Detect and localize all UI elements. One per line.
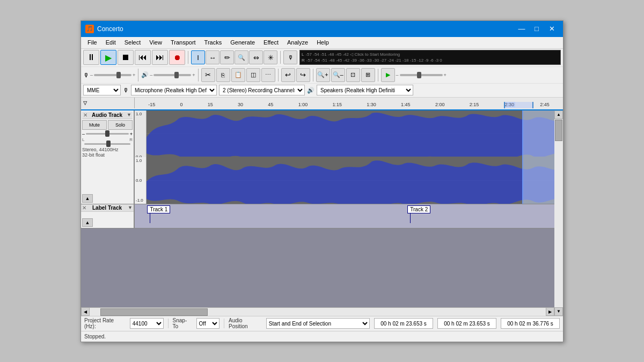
menu-tracks[interactable]: Tracks [200, 38, 226, 47]
audio-track-waveform[interactable]: 1.0 0.0 -1.0 [135, 110, 554, 204]
h-scroll-track[interactable] [90, 308, 546, 316]
position-field-3[interactable] [501, 318, 560, 329]
position-field-1[interactable] [374, 318, 433, 329]
input-device-select[interactable]: Microphone (Realtek High Defini [131, 85, 217, 95]
cut-button[interactable]: ✂ [201, 68, 215, 82]
speaker-icon: 🔊 [141, 71, 149, 78]
menu-select[interactable]: Select [120, 38, 145, 47]
menu-edit[interactable]: Edit [101, 38, 120, 47]
level-meter-row1: L -57 -54 -51 -48 -45 -42 ◁ Click to Sta… [302, 52, 559, 57]
level-ch-r: R [302, 58, 305, 63]
selection-tool-button[interactable]: I [191, 50, 205, 64]
skip-end-button[interactable]: ⏭ [152, 50, 168, 65]
maximize-button[interactable]: □ [530, 24, 544, 34]
v-scroll-track[interactable] [554, 119, 563, 307]
position-field-2[interactable] [437, 318, 496, 329]
audio-track-collapse-button[interactable]: ▲ [82, 194, 93, 203]
pan-slider[interactable] [84, 143, 130, 145]
silence-button[interactable]: ⋯ [261, 68, 275, 82]
timeline-ruler[interactable]: ▽ -15 0 15 30 45 1:00 1:15 1:30 1:45 2:0… [81, 98, 563, 110]
menu-effect[interactable]: Effect [259, 38, 283, 47]
pan-thumb[interactable] [106, 141, 111, 147]
bit-depth-info: 32-bit float [82, 152, 133, 158]
record-button[interactable]: ⏺ [169, 50, 185, 65]
ruler-mark-145: 1:45 [401, 102, 411, 107]
tool-buttons: I ↔ ✏ 🔍 ⇔ ✳ [191, 50, 277, 64]
zoom-sel-button[interactable]: ⊞ [361, 68, 375, 82]
stop-button[interactable]: ⏹ [118, 50, 134, 65]
audio-track-dropdown[interactable]: ▼ [127, 112, 131, 117]
host-select[interactable]: MME [83, 85, 121, 95]
multi-tool-button[interactable]: ✳ [264, 50, 277, 64]
snap-to-select[interactable]: Off [196, 318, 220, 329]
ruler-mark-200: 2:00 [435, 102, 445, 107]
tracks-area: ✕ Audio Track ▼ Mute Solo – + [81, 110, 554, 316]
h-scroll-right-button[interactable]: ▶ [546, 307, 554, 316]
timeshift-tool-button[interactable]: ⇔ [249, 50, 263, 64]
edit-toolbar: 🎙 – + 🔊 – + ✂ ⎘ 📋 ◫ ⋯ ↩ ↪ 🔍+ 🔍– ⊡ ⊞ ▶ – [81, 67, 563, 84]
label-track-2-marker[interactable]: Track 2 [407, 205, 430, 213]
label-track-1-marker[interactable]: Track 1 [147, 205, 170, 213]
label-track-collapse-button[interactable]: ▲ [82, 218, 93, 227]
play-button[interactable]: ▶ [100, 50, 116, 65]
skip-start-button[interactable]: ⏮ [135, 50, 151, 65]
v-scroll-thumb[interactable] [555, 120, 562, 141]
copy-button[interactable]: ⎘ [216, 68, 230, 82]
h-scrollbar[interactable]: ◀ ▶ [81, 307, 554, 316]
menu-file[interactable]: File [83, 38, 101, 47]
sep5 [278, 69, 279, 82]
window-controls: — □ ✕ [515, 24, 559, 34]
zoom-in-button[interactable]: 🔍+ [316, 68, 330, 82]
menu-generate[interactable]: Generate [226, 38, 259, 47]
project-rate-select[interactable]: 44100 [130, 318, 164, 329]
solo-button[interactable]: Solo [108, 120, 133, 130]
ruler-mark-215: 2:15 [470, 102, 479, 107]
undo-button[interactable]: ↩ [281, 68, 295, 82]
input-volume-slider[interactable] [94, 74, 131, 76]
zoom-out-button[interactable]: 🔍– [331, 68, 345, 82]
label-1-text[interactable]: Track 1 [147, 205, 170, 213]
level-meter[interactable]: L -57 -54 -51 -48 -45 -42 ◁ Click to Sta… [299, 50, 561, 65]
h-scroll-thumb[interactable] [100, 308, 208, 316]
v-scrollbar[interactable]: ▲ ▼ [554, 110, 563, 316]
pause-button[interactable]: ⏸ [83, 50, 99, 65]
audio-track-buttons: Mute Solo [82, 120, 133, 130]
output-device-select[interactable]: Speakers (Realtek High Definiti [317, 85, 413, 95]
channels-select[interactable]: 2 (Stereo) Recording Channels [219, 85, 305, 95]
zoom-tool-button[interactable]: 🔍 [235, 50, 248, 64]
redo-button[interactable]: ↪ [296, 68, 310, 82]
output-volume-slider[interactable] [153, 74, 191, 76]
paste-button[interactable]: 📋 [231, 68, 245, 82]
v-scroll-down-button[interactable]: ▼ [554, 307, 563, 316]
menu-help[interactable]: Help [312, 38, 333, 47]
volume-slider[interactable] [86, 133, 129, 135]
minimize-button[interactable]: — [515, 24, 529, 34]
label-track-dropdown[interactable]: ▼ [128, 205, 133, 210]
volume-thumb[interactable] [105, 130, 109, 137]
ruler-mark-115: 1:15 [332, 102, 342, 107]
mic-button[interactable]: 🎙 [283, 50, 297, 64]
menu-analyze[interactable]: Analyze [283, 38, 312, 47]
ruler-header-label: ▽ [83, 100, 87, 106]
ruler-marks-area: -15 0 15 30 45 1:00 1:15 1:30 1:45 2:00 … [135, 102, 563, 108]
menu-view[interactable]: View [145, 38, 166, 47]
envelope-tool-button[interactable]: ↔ [206, 50, 219, 64]
draw-tool-button[interactable]: ✏ [220, 50, 234, 64]
audio-track-close-button[interactable]: ✕ [83, 112, 87, 118]
trim-button[interactable]: ◫ [246, 68, 260, 82]
play-at-speed-button[interactable]: ▶ [381, 68, 395, 82]
close-button[interactable]: ✕ [545, 24, 559, 34]
label-2-text[interactable]: Track 2 [407, 205, 430, 213]
level-text-1: -57 -54 -51 -48 -45 -42 ◁ Click to Start… [305, 52, 400, 57]
v-scroll-up-button[interactable]: ▲ [554, 110, 563, 119]
zoom-fit-button[interactable]: ⊡ [346, 68, 360, 82]
h-scroll-left-button[interactable]: ◀ [81, 307, 90, 316]
label-track-content[interactable]: Track 1 Track 2 [135, 204, 554, 228]
mute-button[interactable]: Mute [82, 120, 107, 130]
playback-speed-slider[interactable] [400, 74, 443, 76]
selection-mode-select[interactable]: Start and End of Selection [266, 318, 370, 329]
vol-minus: – [90, 72, 93, 78]
pan-label-r: R [129, 137, 133, 142]
menu-transport[interactable]: Transport [166, 38, 200, 47]
label-track-close-button[interactable]: ✕ [82, 205, 86, 211]
